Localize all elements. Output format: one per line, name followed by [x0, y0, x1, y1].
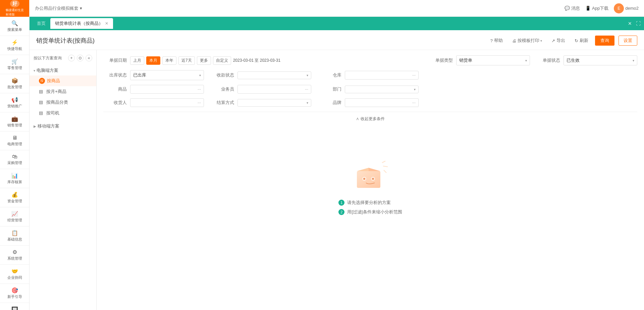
- status-dropdown-icon: ▾: [633, 59, 634, 62]
- sidebar-item-sales[interactable]: 💼销售管理: [0, 112, 29, 132]
- settlement-dropdown-icon: ▾: [307, 101, 308, 105]
- inventory-icon: 📊: [11, 172, 18, 179]
- tab-report[interactable]: 销货单统计表（按商品） ✕: [50, 18, 113, 29]
- date-btn-7days[interactable]: 近7天: [178, 56, 195, 65]
- message-action[interactable]: 💬 消息: [565, 5, 580, 11]
- tree-parent-mobile[interactable]: ▶ 移动端方案: [30, 121, 96, 131]
- receiver-select[interactable]: ···: [130, 98, 204, 107]
- sidebar-item-quicknav[interactable]: ⚡快捷导航: [0, 36, 29, 55]
- type-filter-select[interactable]: 销货单 ▾: [456, 55, 530, 65]
- sidebar-item-finance[interactable]: 💰资金管理: [0, 188, 29, 207]
- tree-parent-mobile-label: 移动端方案: [38, 123, 59, 129]
- svg-line-8: [383, 166, 388, 167]
- sidebar-item-ecommerce[interactable]: 🖥电商管理: [0, 132, 29, 150]
- print-icon: 🖨: [512, 38, 517, 43]
- sidebar-item-inventory[interactable]: 📊库存核算: [0, 169, 29, 188]
- sidebar-item-basic-label: 基础信息: [7, 237, 22, 242]
- tabbar-right: ✕ ⛶: [627, 20, 641, 27]
- copy-scheme-btn[interactable]: ⊙: [77, 55, 84, 61]
- ops-icon: 📈: [11, 211, 18, 217]
- tab-home[interactable]: 首页: [32, 18, 50, 29]
- settlement-select[interactable]: ▾: [237, 99, 311, 107]
- refresh-btn[interactable]: ↻ 刷新: [572, 36, 591, 45]
- by-category-label: 按商品分类: [46, 99, 68, 105]
- svg-line-9: [384, 170, 386, 173]
- date-btn-custom[interactable]: 自定义: [213, 56, 231, 65]
- tree-child-by-month-product[interactable]: ▤ 按月+商品: [30, 86, 96, 97]
- username: demo2: [625, 6, 639, 11]
- date-btn-this-month[interactable]: 本月: [146, 56, 160, 65]
- sidebar-item-system[interactable]: ⚙系统管理: [0, 246, 29, 265]
- staff-label: 业务员: [211, 86, 237, 92]
- settings-btn[interactable]: 设置: [619, 36, 637, 46]
- sidebar-item-marketing[interactable]: 📢营销推广: [0, 93, 29, 112]
- status-filter-select[interactable]: 已生效 ▾: [564, 55, 637, 65]
- refresh-label: 刷新: [580, 38, 588, 44]
- sidebar-item-guide[interactable]: 🎯新手引导: [0, 284, 29, 303]
- empty-hint-1: 1 请先选择要分析的方案: [338, 200, 402, 206]
- product-select[interactable]: ···: [130, 85, 204, 94]
- expand-arrow-icon: ▾: [34, 69, 35, 72]
- staff-select[interactable]: ···: [237, 85, 311, 94]
- receive-status-label: 收款状态: [211, 72, 237, 78]
- content-area: 销货单统计表(按商品) ? 帮助 🖨 按模板打印 ▾ ↗ 导出: [30, 30, 644, 310]
- close-window-btn[interactable]: ✕: [627, 20, 633, 27]
- right-panel: 单据日期 上月 本月 本年 近7天 更多 自定义 2023-03-01 至 20…: [97, 50, 644, 310]
- sidebar-item-purchase-label: 采购管理: [7, 160, 22, 165]
- date-btn-more[interactable]: 更多: [197, 56, 211, 65]
- empty-hint-2: 2 用[过滤]条件来缩小分析范围: [338, 209, 402, 215]
- sidebar-item-ops[interactable]: 📈经营管理: [0, 207, 29, 226]
- brand-select[interactable]: ···: [345, 98, 419, 107]
- tree-child-by-product[interactable]: 按 按商品: [30, 75, 96, 86]
- help-btn[interactable]: ? 帮助: [488, 36, 505, 45]
- sidebar-item-coop[interactable]: 🤝企业协同: [0, 265, 29, 284]
- tree-child-by-category[interactable]: ▤ 按商品分类: [30, 97, 96, 108]
- by-cashier-label: 按司机: [46, 110, 59, 116]
- collapse-btn[interactable]: ∧ 收起更多条件: [352, 115, 388, 123]
- sidebar-item-apps[interactable]: 🔲应用中心: [0, 303, 29, 310]
- page-header: 销货单统计表(按商品) ? 帮助 🖨 按模板打印 ▾ ↗ 导出: [30, 30, 644, 50]
- sidebar-item-ops-label: 经营管理: [7, 218, 22, 223]
- sidebar-item-purchase[interactable]: 🛍采购管理: [0, 150, 29, 169]
- breadcrumb-arrow-icon[interactable]: ▾: [80, 6, 82, 11]
- marketing-icon: 📢: [11, 97, 18, 103]
- query-btn[interactable]: 查询: [595, 36, 614, 46]
- tree-parent-desktop[interactable]: ▾ 电脑端方案: [30, 65, 96, 75]
- sidebar-item-search[interactable]: 🔍搜索菜单: [0, 17, 29, 36]
- receiver-label: 收货人: [103, 100, 130, 106]
- export-btn[interactable]: ↗ 导出: [549, 36, 568, 45]
- expand-btn[interactable]: ⛶: [635, 20, 641, 27]
- quicknav-icon: ⚡: [11, 39, 18, 46]
- sidebar-item-coop-label: 企业协同: [7, 275, 22, 280]
- sidebar-item-retail[interactable]: 🛒零售管理: [0, 55, 29, 74]
- out-status-select[interactable]: 已出库 ▾: [130, 70, 204, 80]
- filter-actions: + ⊙ «: [68, 55, 92, 61]
- filter-header: 按以下方案查询 + ⊙ «: [30, 53, 96, 64]
- product-dots-icon: ···: [198, 87, 201, 92]
- app-name: 畅捷通好生意: [6, 8, 24, 12]
- export-icon: ↗: [551, 38, 555, 43]
- sidebar-item-inventory-label: 库存核算: [7, 179, 22, 185]
- sidebar-item-basic[interactable]: 📋基础信息: [0, 226, 29, 246]
- date-btn-last-month[interactable]: 上月: [130, 56, 144, 65]
- app-download-action[interactable]: 📱 App下载: [585, 5, 608, 11]
- tree-child-by-cashier[interactable]: ▤ 按司机: [30, 108, 96, 118]
- date-btn-this-year[interactable]: 本年: [162, 56, 176, 65]
- page-title: 销货单统计表(按商品): [36, 37, 95, 45]
- dept-select[interactable]: ▾: [345, 86, 419, 93]
- collapse-btn-label: ∧ 收起更多条件: [356, 116, 384, 122]
- refresh-icon: ↻: [575, 38, 578, 43]
- app-logo[interactable]: 好 畅捷通好生意 标准版: [0, 0, 29, 17]
- date-filter-value: 上月 本月 本年 近7天 更多 自定义 2023-03-01 至 2023-03…: [130, 56, 423, 65]
- add-scheme-btn[interactable]: +: [68, 55, 75, 61]
- export-label: 导出: [556, 38, 565, 44]
- template-print-btn[interactable]: 🖨 按模板打印 ▾: [509, 36, 545, 45]
- hint-num-1: 1: [338, 200, 344, 206]
- tab-close-icon[interactable]: ✕: [105, 21, 108, 25]
- sidebar-item-system-label: 系统管理: [7, 256, 22, 261]
- user-profile[interactable]: E demo2: [614, 3, 639, 13]
- sidebar-item-wholesale[interactable]: 📦批发管理: [0, 74, 29, 93]
- receive-status-select[interactable]: ▾: [237, 71, 311, 79]
- collapse-panel-btn[interactable]: «: [86, 55, 92, 61]
- warehouse-select[interactable]: ···: [345, 71, 419, 80]
